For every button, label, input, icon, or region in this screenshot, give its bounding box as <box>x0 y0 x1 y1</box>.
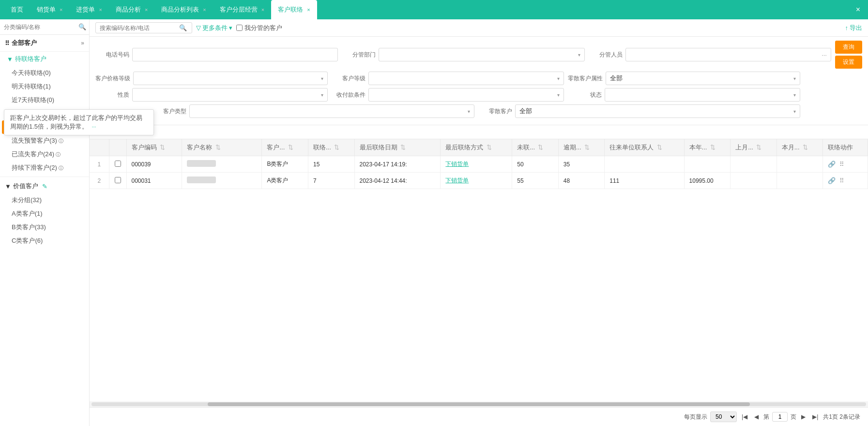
sidebar-item-declining[interactable]: 持续下滑客户(2) ⓘ <box>0 161 89 175</box>
customer-level-input[interactable]: ▾ <box>368 72 564 85</box>
filter-search-icon[interactable]: 🔍 <box>179 24 187 31</box>
tab-product-analysis-close[interactable]: × <box>145 7 148 13</box>
sidebar-item-tomorrow[interactable]: 明天待联络(1) <box>0 80 89 93</box>
row2-grid-icon[interactable]: ⠿ <box>839 177 844 184</box>
th-overdue[interactable]: 逾期... ⇅ <box>558 139 605 156</box>
sidebar-item-already-lost[interactable]: 已流失客户(24) ⓘ <box>0 147 89 161</box>
th-last-month-sort-icon[interactable]: ⇅ <box>756 144 761 151</box>
th-contact-sort-icon[interactable]: ⇅ <box>334 144 339 151</box>
first-page-btn[interactable]: |◀ <box>740 412 749 421</box>
prev-page-btn[interactable]: ◀ <box>752 412 761 421</box>
phone-input[interactable] <box>132 48 338 61</box>
last-page-btn[interactable]: ▶| <box>810 412 820 421</box>
row2-last-way-link[interactable]: 下销货单 <box>445 177 469 184</box>
payment-input[interactable]: ▾ <box>368 88 564 102</box>
sidebar-item-a-class[interactable]: A类客户(1) <box>0 207 89 220</box>
sidebar-pending-group[interactable]: ▼ 待联络客户 <box>0 52 89 66</box>
filter-search-input[interactable] <box>100 25 177 31</box>
row1-grid-icon[interactable]: ⠿ <box>839 161 844 168</box>
per-page-select[interactable]: 10 20 50 100 <box>710 411 737 422</box>
sidebar-all-customers[interactable]: ⠿ 全部客户 » <box>0 35 89 52</box>
tab-product-list[interactable]: 商品分析列表 × <box>154 0 213 19</box>
my-customers-checkbox-label[interactable]: 我分管的客户 <box>236 24 282 32</box>
tab-customer-contact-close[interactable]: × <box>307 7 310 13</box>
th-last-way-sort-icon[interactable]: ⇅ <box>487 144 492 151</box>
th-last-way[interactable]: 最后联络方式 ⇅ <box>441 139 512 156</box>
th-this-year-sort-icon[interactable]: ⇅ <box>710 144 716 151</box>
th-unit-contact[interactable]: 往来单位联系人 ⇅ <box>605 139 684 156</box>
row1-last-way-link[interactable]: 下销货单 <box>445 161 469 167</box>
row2-checkbox[interactable] <box>115 177 121 183</box>
th-code[interactable]: 客户编码 ⇅ <box>126 139 182 156</box>
retail-customer-input[interactable]: 全部 ▾ <box>515 104 800 118</box>
filter-search-box[interactable]: 🔍 <box>95 22 192 33</box>
sidebar-search-icon[interactable]: 🔍 <box>78 23 86 30</box>
gender-input[interactable]: ▾ <box>132 88 328 102</box>
th-level[interactable]: 客户... ⇅ <box>262 139 308 156</box>
person-input[interactable]: ··· <box>625 48 831 61</box>
th-last-date-sort-icon[interactable]: ⇅ <box>400 144 406 151</box>
row1-checkbox-cell[interactable] <box>109 156 126 173</box>
declining-icon[interactable]: ⓘ <box>59 165 63 171</box>
page-input[interactable] <box>772 412 788 422</box>
row1-link-icon[interactable]: 🔗 <box>828 161 836 168</box>
row2-last-way[interactable]: 下销货单 <box>441 173 512 189</box>
sidebar-item-ungroup[interactable]: 未分组(32) <box>0 193 89 207</box>
th-code-sort-icon[interactable]: ⇅ <box>160 144 165 151</box>
th-contact[interactable]: 联络... ⇅ <box>308 139 354 156</box>
tab-customer-segment-close[interactable]: × <box>261 7 264 13</box>
th-this-year[interactable]: 本年... ⇅ <box>684 139 731 156</box>
retail-attr-input[interactable]: 全部 ▾ <box>606 72 800 85</box>
tab-customer-segment[interactable]: 客户分层经营 × <box>213 0 271 19</box>
query-button[interactable]: 查询 <box>835 41 862 54</box>
customer-type-label: 客户类型 <box>152 107 186 116</box>
value-edit-icon[interactable]: ✎ <box>42 183 47 190</box>
tab-home[interactable]: 首页 <box>4 0 30 19</box>
th-this-month[interactable]: 本月... ⇅ <box>777 139 823 156</box>
sidebar-value-group[interactable]: ▼ 价值客户 ✎ <box>0 179 89 193</box>
tab-product-analysis[interactable]: 商品分析 × <box>109 0 154 19</box>
app-close-button[interactable]: × <box>852 5 864 14</box>
tab-sales-close[interactable]: × <box>60 7 62 13</box>
th-name-sort-icon[interactable]: ⇅ <box>215 144 221 151</box>
th-this-month-sort-icon[interactable]: ⇅ <box>803 144 808 151</box>
export-button[interactable]: ↑ 导出 <box>845 24 863 32</box>
tab-product-list-close[interactable]: × <box>203 7 206 13</box>
tab-customer-contact[interactable]: 客户联络 × <box>271 0 317 19</box>
lost-warning-icon[interactable]: ⓘ <box>59 138 63 144</box>
sidebar-search-input[interactable] <box>4 24 76 30</box>
tab-sales[interactable]: 销货单 × <box>30 0 69 19</box>
sidebar-collapse-btn[interactable]: » <box>81 40 84 46</box>
th-no-contact-sort-icon[interactable]: ⇅ <box>538 144 543 151</box>
dept-input[interactable]: ▾ <box>379 48 584 61</box>
th-name[interactable]: 客户名称 ⇅ <box>182 139 262 156</box>
th-last-month[interactable]: 上月... ⇅ <box>731 139 777 156</box>
h-scrollbar[interactable] <box>90 401 868 407</box>
next-page-btn[interactable]: ▶ <box>799 412 807 421</box>
row2-link-icon[interactable]: 🔗 <box>828 177 836 184</box>
sidebar-search-box[interactable]: 🔍 <box>0 19 89 35</box>
my-customers-checkbox[interactable] <box>236 25 243 31</box>
th-level-sort-icon[interactable]: ⇅ <box>288 144 293 151</box>
th-overdue-sort-icon[interactable]: ⇅ <box>584 144 590 151</box>
customer-type-input[interactable]: ▾ <box>189 104 474 118</box>
sidebar-item-today[interactable]: 今天待联络(0) <box>0 66 89 80</box>
table-container[interactable]: 客户编码 ⇅ 客户名称 ⇅ 客户... ⇅ 联络... <box>90 139 868 401</box>
tab-purchase-close[interactable]: × <box>99 7 102 13</box>
sidebar-item-lost-warning[interactable]: 流失预警客户(3) ⓘ <box>0 134 89 147</box>
row2-checkbox-cell[interactable] <box>109 173 126 189</box>
sidebar-item-7days[interactable]: 近7天待联络(0) <box>0 93 89 107</box>
th-unit-contact-sort-icon[interactable]: ⇅ <box>657 144 662 151</box>
sidebar-item-c-class[interactable]: C类客户(6) <box>0 234 89 248</box>
th-no-contact[interactable]: 未联... ⇅ <box>512 139 559 156</box>
already-lost-icon[interactable]: ⓘ <box>56 152 61 157</box>
setting-button[interactable]: 设置 <box>835 56 862 69</box>
th-last-date[interactable]: 最后联络日期 ⇅ <box>354 139 441 156</box>
price-level-input[interactable]: ▾ <box>133 72 328 85</box>
sidebar-item-b-class[interactable]: B类客户(33) <box>0 220 89 234</box>
row1-last-way[interactable]: 下销货单 <box>441 156 512 173</box>
filter-more-btn[interactable]: ▽ 更多条件 ▾ <box>196 24 232 32</box>
row1-checkbox[interactable] <box>115 161 121 167</box>
tab-purchase[interactable]: 进货单 × <box>69 0 108 19</box>
status-input[interactable]: ▾ <box>605 88 800 102</box>
